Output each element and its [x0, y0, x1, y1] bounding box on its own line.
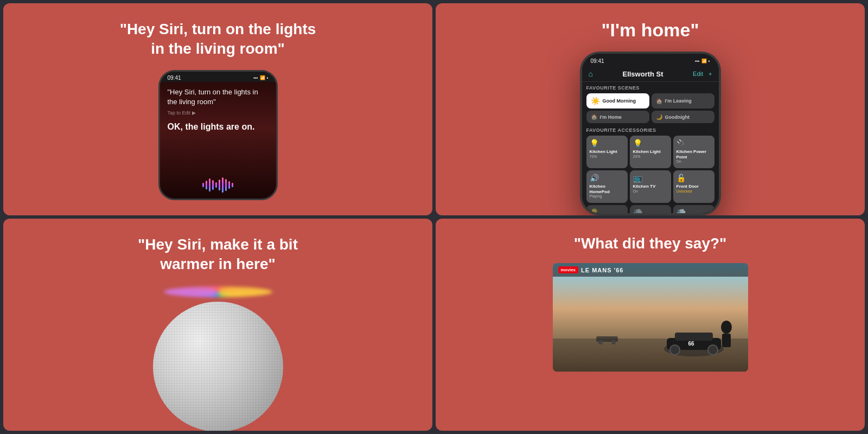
panel-what-did-they-say: "What did they say?" [436, 219, 865, 431]
iphone-home-mockup: 09:41 ▪▪▪ 📶 ▪ ⌂ Ellsworth St Edit + Favo… [580, 52, 721, 215]
acc-status-3: On [676, 159, 711, 163]
svg-point-9 [721, 321, 732, 334]
wave-bar [225, 179, 227, 191]
acc-bedroom-light[interactable]: 💡 Bedroom Light 2 Off [586, 205, 628, 213]
acc-status-4: Playing [590, 194, 624, 198]
home-house-icon[interactable]: ⌂ [589, 69, 593, 78]
home-nav: ⌂ Ellsworth St Edit + [582, 66, 719, 82]
acc-name-6: Front Door [676, 184, 711, 189]
scene-good-morning[interactable]: ☀️ Good Morning [586, 93, 649, 108]
panel4-headline: "What did they say?" [574, 235, 727, 252]
wave-bar [206, 181, 207, 189]
home-scene-label: I'm Home [600, 114, 622, 120]
home-location: Ellsworth St [622, 70, 663, 78]
home-scene-icon: 🏠 [591, 114, 597, 120]
acc-kitchen-light-2[interactable]: 💡 Kitchen Light 20% [630, 136, 671, 168]
movie-top-bar: movies LE MANS '66 [553, 263, 748, 277]
movie-scene-bg: 66 movies LE MANS '66 [553, 263, 748, 372]
wave-bar [228, 181, 230, 189]
home-nav-actions: Edit + [693, 71, 712, 77]
home-signal-icon: ▪▪▪ [695, 59, 700, 63]
panel-siri-lights: "Hey Siri, turn on the lights in the liv… [3, 3, 432, 215]
acc-name-5: Kitchen TV [633, 184, 668, 189]
add-button[interactable]: + [709, 71, 712, 77]
signal-icon: ▪▪▪ [253, 75, 258, 80]
good-morning-label: Good Morning [603, 98, 636, 104]
home-content: Favourite Scenes ☀️ Good Morning 🏠 I'm L… [582, 82, 719, 213]
battery-icon: ▪ [267, 75, 269, 80]
wave-bar [209, 178, 210, 192]
home-time: 09:41 [591, 58, 604, 64]
favourite-scenes-title: Favourite Scenes [586, 85, 714, 91]
movie-scene-svg: 66 [553, 263, 748, 372]
acc-name-3: Kitchen Power Point [676, 149, 711, 159]
svg-rect-10 [722, 334, 731, 347]
edit-arrow-icon: ▶ [192, 110, 196, 116]
scene-im-home[interactable]: 🏠 I'm Home [586, 111, 649, 123]
svg-point-13 [611, 340, 616, 344]
acc-status-6: Unlocked [676, 189, 711, 193]
acc-kitchen-power[interactable]: 🔌 Kitchen Power Point On [673, 136, 714, 168]
status-icons: ▪▪▪ 📶 ▪ [253, 75, 268, 80]
acc-kitchen-light-1[interactable]: 💡 Kitchen Light 70% [586, 136, 628, 168]
homepod-mesh-texture [153, 302, 283, 431]
siri-response: OK, the lights are on. [168, 122, 269, 132]
siri-waveform [160, 171, 276, 199]
goodnight-icon: 🌙 [656, 114, 662, 120]
bedroom-fan-icon: 💨 [633, 208, 668, 213]
acc-name-4: Kitchen HomePod [590, 184, 624, 194]
power-icon: 🔌 [676, 139, 711, 148]
svg-rect-5 [675, 333, 713, 341]
scene-im-leaving[interactable]: 🏠 I'm Leaving [652, 93, 714, 108]
status-bar: 09:41 ▪▪▪ 📶 ▪ [160, 72, 276, 82]
wave-bar [212, 180, 214, 190]
leaving-icon: 🏠 [656, 98, 662, 104]
wave-bar [202, 183, 204, 187]
wifi-icon: 📶 [260, 75, 265, 80]
acc-kitchen-tv[interactable]: 📺 Kitchen TV On [630, 170, 671, 203]
accessories-grid: 💡 Kitchen Light 70% 💡 Kitchen Light 20% … [586, 136, 714, 213]
home-status-icons: ▪▪▪ 📶 ▪ [695, 59, 710, 63]
acc-living-room-fan[interactable]: 💨 Living Room Fan On [673, 205, 714, 213]
siri-query: "Hey Siri, turn on the lights in the liv… [168, 87, 269, 107]
wave-bar [232, 183, 233, 187]
good-morning-icon: ☀️ [591, 97, 600, 105]
home-battery-icon: ▪ [709, 59, 710, 63]
panel3-headline: "Hey Siri, make it a bit warmer in here" [115, 235, 321, 275]
acc-name-2: Kitchen Light [633, 149, 668, 155]
svg-text:66: 66 [688, 341, 694, 347]
panel1-headline: "Hey Siri, turn on the lights in the liv… [115, 20, 321, 59]
tap-to-edit[interactable]: Tap to Edit ▶ [168, 110, 269, 116]
living-fan-icon: 💨 [676, 208, 711, 213]
panel-im-home: "I'm home" 09:41 ▪▪▪ 📶 ▪ ⌂ Ellsworth St … [436, 3, 865, 215]
movie-frame: 66 movies LE MANS '66 [553, 263, 748, 372]
lock-icon: 🔓 [676, 174, 711, 182]
svg-point-6 [670, 345, 680, 355]
panel-siri-warmer: "Hey Siri, make it a bit warmer in here" [3, 219, 432, 431]
scene-goodnight[interactable]: 🌙 Goodnight [652, 111, 714, 123]
svg-point-12 [598, 340, 603, 344]
wave-bar [222, 177, 224, 193]
acc-homepod[interactable]: 🔊 Kitchen HomePod Playing [586, 170, 628, 203]
scenes-grid: ☀️ Good Morning 🏠 I'm Leaving 🏠 I'm Home… [586, 93, 714, 123]
acc-status-2: 20% [633, 155, 668, 158]
homepod-container [3, 291, 432, 431]
bedroom-light-icon: 💡 [590, 208, 624, 213]
time-display: 09:41 [168, 75, 181, 81]
siri-screen: "Hey Siri, turn on the lights in the liv… [160, 82, 276, 199]
svg-point-7 [708, 345, 718, 355]
home-wifi-icon: 📶 [701, 59, 707, 63]
acc-name-1: Kitchen Light [590, 149, 624, 155]
home-status-bar: 09:41 ▪▪▪ 📶 ▪ [582, 54, 719, 66]
wave-bar [219, 180, 220, 190]
acc-bedroom-fan[interactable]: 💨 Bedroom Fan Off [630, 205, 671, 213]
tv-icon: 📺 [633, 174, 668, 182]
homepod-ring-light [164, 286, 272, 297]
edit-button[interactable]: Edit [693, 71, 703, 77]
homepod-mini [148, 291, 289, 431]
favourite-accessories-title: Favourite Accessories [586, 127, 714, 133]
acc-front-door[interactable]: 🔓 Front Door Unlocked [673, 170, 714, 203]
homepod-icon: 🔊 [590, 174, 624, 182]
iphone-siri-mockup: 09:41 ▪▪▪ 📶 ▪ "Hey Siri, turn on the lig… [158, 70, 278, 200]
wave-bar [215, 182, 217, 188]
